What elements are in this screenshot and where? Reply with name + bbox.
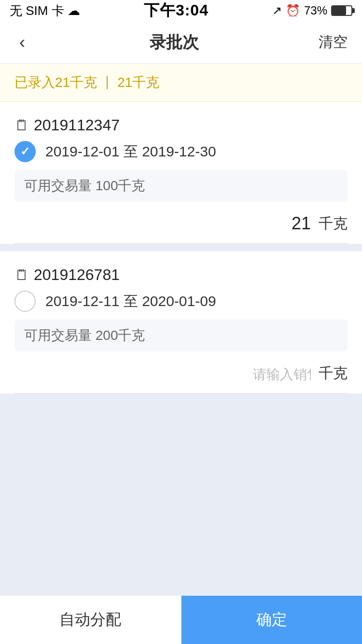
batch-1-radio[interactable]: ✓ [14, 141, 36, 162]
batch-1-doc-icon: 🗒 [14, 117, 29, 134]
batch-2-unit: 千克 [319, 364, 348, 383]
page-title: 录批次 [150, 31, 199, 54]
content-area: 🗒 2019112347 ✓ 2019-12-01 至 2019-12-30 可… [0, 102, 362, 644]
alarm-icon: ⏰ [286, 4, 300, 17]
location-icon: ↗ [272, 4, 282, 17]
confirm-button[interactable]: 确定 [181, 596, 362, 644]
batch-1-quantity-input[interactable] [253, 213, 311, 234]
batch-item-2: 🗒 2019126781 2019-12-11 至 2020-01-09 可用交… [0, 252, 362, 393]
batch-item-1: 🗒 2019112347 ✓ 2019-12-01 至 2019-12-30 可… [0, 102, 362, 244]
footer: 自动分配 确定 [0, 596, 362, 644]
batch-1-available: 可用交易量 100千克 [14, 170, 348, 202]
summary-value: 21千克 [117, 73, 159, 92]
batch-1-unit: 千克 [319, 214, 348, 234]
batch-2-available: 可用交易量 200千克 [14, 320, 348, 351]
batch-1-date-row: ✓ 2019-12-01 至 2019-12-30 [14, 141, 348, 162]
batch-2-radio[interactable] [14, 291, 36, 312]
batch-1-date: 2019-12-01 至 2019-12-30 [45, 142, 216, 162]
nav-bar: ‹ 录批次 清空 [0, 21, 362, 64]
batch-2-date-row: 2019-12-11 至 2020-01-09 [14, 291, 348, 312]
recorded-amount: 已录入21千克 [14, 73, 97, 92]
battery-fill [332, 6, 346, 15]
batch-1-id: 2019112347 [34, 116, 120, 134]
battery-percent: 73% [304, 4, 327, 17]
summary-divider [107, 76, 108, 89]
batch-2-doc-icon: 🗒 [14, 267, 29, 283]
status-time: 下午3:04 [144, 0, 209, 21]
summary-bar: 已录入21千克 21千克 [0, 64, 362, 102]
batch-1-header: 🗒 2019112347 [14, 116, 348, 134]
auto-distribute-button[interactable]: 自动分配 [0, 596, 181, 644]
bottom-spacer [0, 393, 362, 587]
clear-button[interactable]: 清空 [319, 32, 348, 52]
page-wrapper: 无 SIM 卡 ☁ 下午3:04 ↗ ⏰ 73% ‹ 录批次 清空 已录入21千… [0, 0, 362, 644]
back-button[interactable]: ‹ [14, 28, 30, 57]
batch-2-header: 🗒 2019126781 [14, 266, 348, 284]
status-right: ↗ ⏰ 73% [272, 4, 352, 17]
check-icon: ✓ [20, 145, 30, 158]
status-bar: 无 SIM 卡 ☁ 下午3:04 ↗ ⏰ 73% [0, 0, 362, 21]
status-left: 无 SIM 卡 ☁ [10, 2, 80, 19]
batch-1-quantity-row: 千克 [14, 202, 348, 243]
battery-icon [331, 5, 352, 16]
batch-2-date: 2019-12-11 至 2020-01-09 [45, 292, 216, 311]
batch-2-id: 2019126781 [34, 266, 120, 284]
batch-2-quantity-row: 千克 [14, 351, 348, 393]
no-sim-text: 无 SIM 卡 ☁ [10, 2, 80, 19]
batch-2-quantity-input[interactable] [253, 363, 311, 383]
batch-separator-1 [0, 244, 362, 252]
